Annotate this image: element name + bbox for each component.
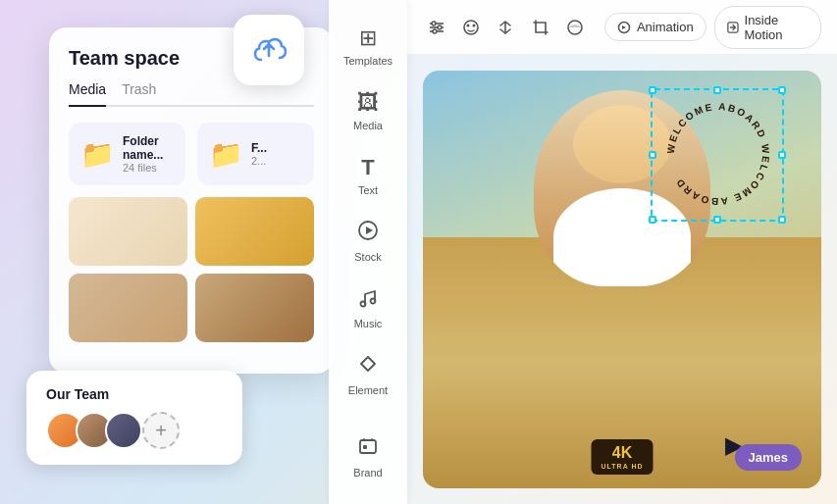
- folder-row: 📁 Folder name... 24 files 📁 F... 2...: [69, 123, 314, 185]
- animation-button[interactable]: Animation: [604, 13, 706, 41]
- stock-icon: [357, 220, 379, 247]
- add-member-button[interactable]: +: [142, 412, 180, 449]
- svg-point-3: [371, 299, 376, 304]
- brand-label: Brand: [353, 467, 382, 479]
- svg-marker-1: [366, 227, 373, 234]
- music-label: Music: [354, 318, 383, 329]
- our-team-label: Our Team: [46, 386, 223, 402]
- badge-4k: 4K ULTRA HD: [592, 439, 654, 475]
- badge-4k-main: 4K: [612, 443, 632, 462]
- tab-media[interactable]: Media: [69, 81, 106, 107]
- folder-info-1: Folder name... 24 files: [123, 134, 174, 174]
- svg-point-10: [438, 25, 442, 29]
- media-icon: 🖼: [357, 90, 379, 116]
- editor-toolbar: Animation Inside Motion: [407, 0, 837, 55]
- canvas-area: WELCOME ABOARD WELCOME ABOARD 4K ULTRA H…: [423, 71, 821, 488]
- templates-label: Templates: [343, 55, 392, 67]
- upload-icon: [247, 28, 290, 72]
- sidebar: ⊞ Templates 🖼 Media T Text Stock Music: [329, 0, 407, 504]
- brand-icon: [357, 435, 379, 463]
- svg-rect-5: [363, 445, 367, 449]
- text-label: Text: [358, 184, 378, 196]
- stock-label: Stock: [354, 251, 382, 263]
- svg-point-11: [433, 29, 437, 33]
- style-icon[interactable]: [457, 12, 484, 43]
- sidebar-item-stock[interactable]: Stock: [335, 210, 401, 273]
- flip-icon[interactable]: [493, 12, 519, 43]
- folder-count-2: 2...: [251, 155, 267, 167]
- sidebar-item-text[interactable]: T Text: [335, 145, 401, 206]
- svg-point-12: [464, 21, 478, 34]
- folder-count-1: 24 files: [123, 162, 174, 174]
- mask-icon[interactable]: [562, 12, 589, 43]
- svg-point-2: [361, 302, 366, 307]
- crop-icon[interactable]: [527, 12, 553, 43]
- sidebar-item-templates[interactable]: ⊞ Templates: [335, 16, 401, 76]
- folder-icon-2: 📁: [209, 138, 243, 171]
- svg-point-13: [467, 24, 470, 26]
- folder-info-2: F... 2...: [251, 141, 267, 167]
- element-label: Element: [348, 384, 388, 396]
- james-label: James: [735, 444, 802, 471]
- templates-icon: ⊞: [359, 25, 377, 51]
- editor-area: Animation Inside Motion: [407, 0, 837, 504]
- text-icon: T: [361, 155, 374, 180]
- sidebar-item-media[interactable]: 🖼 Media: [335, 80, 401, 141]
- avatars-row: +: [46, 412, 223, 449]
- folder-item-2[interactable]: 📁 F... 2...: [197, 123, 314, 185]
- circular-text: WELCOME ABOARD WELCOME ABOARD: [654, 90, 782, 218]
- svg-point-14: [473, 24, 476, 26]
- sidebar-item-element[interactable]: Element: [335, 343, 401, 406]
- adjust-icon[interactable]: [423, 12, 449, 43]
- element-icon: [357, 353, 379, 380]
- svg-rect-4: [360, 440, 376, 453]
- folder-name-2: F...: [251, 141, 267, 155]
- folder-name-1: Folder name...: [123, 134, 174, 162]
- media-label: Media: [353, 120, 383, 131]
- animation-label: Animation: [637, 20, 694, 34]
- media-thumb-4[interactable]: [195, 274, 314, 342]
- music-icon: [357, 286, 379, 314]
- folder-item-1[interactable]: 📁 Folder name... 24 files: [69, 123, 185, 185]
- inside-motion-button[interactable]: Inside Motion: [714, 6, 821, 49]
- media-thumb-1[interactable]: [69, 197, 187, 266]
- folder-icon-1: 📁: [80, 138, 115, 171]
- svg-point-9: [432, 22, 436, 25]
- media-thumb-3[interactable]: [69, 274, 187, 342]
- our-team-card: Our Team +: [26, 371, 242, 465]
- inside-motion-label: Inside Motion: [745, 13, 809, 42]
- media-grid: [69, 197, 314, 342]
- tab-trash[interactable]: Trash: [122, 81, 156, 105]
- svg-text:WELCOME ABOARD WELCOME ABOARD: WELCOME ABOARD WELCOME ABOARD: [665, 101, 772, 207]
- avatar-3: [105, 412, 142, 449]
- sidebar-item-brand[interactable]: Brand: [335, 426, 401, 488]
- upload-icon-wrapper: [234, 15, 304, 85]
- sidebar-item-music[interactable]: Music: [335, 277, 401, 339]
- media-thumb-2[interactable]: [195, 197, 314, 266]
- badge-4k-sub: ULTRA HD: [602, 463, 644, 471]
